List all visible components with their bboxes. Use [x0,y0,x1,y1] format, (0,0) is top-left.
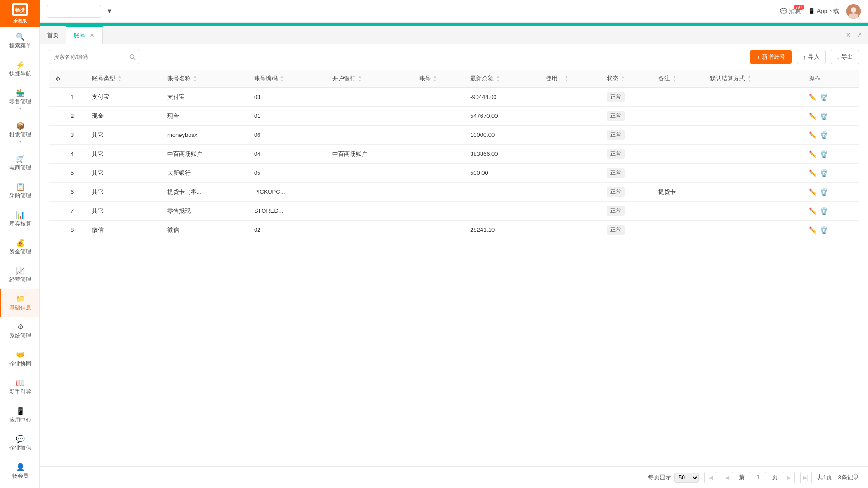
sidebar-item-quick-nav[interactable]: ⚡ 快捷导航 [0,55,39,83]
edit-icon[interactable]: ✏️ [809,207,816,215]
cell-gear [49,126,67,145]
next-page-button[interactable]: ▶ [783,472,795,483]
sidebar-item-operation[interactable]: 📈 经营管理 [0,261,39,289]
edit-icon[interactable]: ✏️ [809,226,816,234]
delete-icon[interactable]: 🗑️ [820,150,828,158]
tab-home[interactable]: 首页 [40,26,66,44]
col-no [67,70,88,88]
delete-icon[interactable]: 🗑️ [820,188,828,196]
delete-icon[interactable]: 🗑️ [820,169,828,177]
first-page-button[interactable]: |◀ [704,472,716,483]
delete-icon[interactable]: 🗑️ [820,131,828,139]
col-gear[interactable]: ⚙ [49,70,67,88]
add-account-button[interactable]: + 新增账号 [750,50,792,64]
sidebar-item-inventory[interactable]: 📊 库存核算 [0,205,39,233]
delete-icon[interactable]: 🗑️ [820,113,828,120]
cell-type: 其它 [88,126,164,145]
col-status[interactable]: 状态 ▲▼ [603,70,655,88]
main-content: ▼ 💬 消息 99+ 📱 App下载 [40,0,868,488]
cell-gear [49,183,67,202]
page-input[interactable] [750,472,766,483]
cell-balance: 547670.00 [467,107,542,126]
per-page-select[interactable]: 50 100 [674,473,699,483]
edit-icon[interactable]: ✏️ [809,188,816,196]
cell-usage [542,202,604,221]
cell-code: 02 [250,221,329,239]
toolbar: + 新增账号 ↑ 导入 ↓ 导出 [40,44,868,70]
sidebar-item-finance[interactable]: 💰 资金管理 [0,233,39,261]
cell-bank [329,164,415,183]
import-button[interactable]: ↑ 导入 [797,50,826,64]
sidebar-item-label: 应用中心 [9,416,31,424]
cell-status: 正常 [603,107,655,126]
col-usage[interactable]: 使用... ▲▼ [542,70,604,88]
cell-action: ✏️ 🗑️ [805,221,859,239]
sidebar-item-label: 企业协同 [9,360,31,368]
search-input[interactable] [49,54,126,60]
maximize-window-icon[interactable]: ⤢ [855,32,863,39]
col-bank[interactable]: 开户银行 ▲▼ [329,70,415,88]
col-code[interactable]: 账号编码 ▲▼ [250,70,329,88]
col-default-payment[interactable]: 默认结算方式 ▲▼ [706,70,806,88]
col-account[interactable]: 账号 ▲▼ [415,70,467,88]
cell-no: 4 [67,145,88,164]
svg-text:畅捷: 畅捷 [15,7,25,13]
delete-icon[interactable]: 🗑️ [820,207,828,215]
prev-page-button[interactable]: ◀ [722,472,733,483]
sidebar-item-retail[interactable]: 🏪 零售管理 ▼ [0,83,39,116]
app-logo: 畅捷 乐惠版 [0,0,40,27]
col-balance[interactable]: 最新余额 ▲▼ [467,70,542,88]
tab-close-button[interactable]: ✕ [89,33,95,38]
cell-bank [329,183,415,202]
export-button[interactable]: ↓ 导出 [831,50,859,64]
search-button[interactable] [126,50,139,64]
sidebar-item-purchase[interactable]: 📋 采购管理 [0,177,39,205]
sidebar-item-member[interactable]: 👤 畅会员 [0,457,39,485]
sidebar-item-app-center[interactable]: 📱 应用中心 [0,401,39,429]
sidebar-item-ecommerce[interactable]: 🛒 电商管理 [0,149,39,177]
cell-code: STORED... [250,202,329,221]
msg-button[interactable]: 💬 消息 99+ [780,7,801,15]
cell-no: 7 [67,202,88,221]
topbar-dropdown[interactable]: ▼ [107,8,113,14]
col-remark[interactable]: 备注 ▲▼ [655,70,706,88]
sidebar-item-label: 零售管理 [9,98,31,106]
user-avatar[interactable] [846,4,861,19]
delete-icon[interactable]: 🗑️ [820,94,828,101]
accent-bar [40,23,868,26]
cell-default-payment [706,221,806,239]
cell-status: 正常 [603,88,655,107]
table-container: ⚙ 账号类型 ▲▼ 账号名称 ▲▼ 账号编码 ▲▼ 开户 [40,70,868,466]
cell-usage [542,183,604,202]
table-row: 3 其它 moneybosx 06 10000.00 正常 ✏️ 🗑️ [49,126,859,145]
edit-icon[interactable]: ✏️ [809,94,816,101]
sidebar-item-basic-info[interactable]: 📁 基础信息 [0,289,39,317]
tab-account[interactable]: 账号 ✕ [66,26,103,44]
sidebar-item-search-menu[interactable]: 🔍 搜索菜单 [0,27,39,55]
edit-icon[interactable]: ✏️ [809,150,816,158]
accounts-table: ⚙ 账号类型 ▲▼ 账号名称 ▲▼ 账号编码 ▲▼ 开户 [49,70,859,239]
search-box [49,50,139,64]
sidebar-item-system[interactable]: ⚙ 系统管理 [0,317,39,345]
edit-icon[interactable]: ✏️ [809,169,816,177]
last-page-button[interactable]: ▶| [800,472,812,483]
sidebar-item-guide[interactable]: 📖 新手引导 [0,373,39,401]
app-download-button[interactable]: 📱 App下载 [808,7,839,15]
col-type[interactable]: 账号类型 ▲▼ [88,70,164,88]
sidebar-item-wholesale[interactable]: 📦 批发管理 ▼ [0,116,39,149]
sidebar-item-enterprise-agreement[interactable]: 🤝 企业协同 [0,345,39,373]
sidebar-item-enterprise-wechat[interactable]: 💬 企业微信 [0,429,39,457]
svg-point-4 [849,13,858,19]
edit-icon[interactable]: ✏️ [809,131,816,139]
cell-balance: 10000.00 [467,126,542,145]
cell-balance: -90444.00 [467,88,542,107]
edit-icon[interactable]: ✏️ [809,113,816,120]
delete-icon[interactable]: 🗑️ [820,226,828,234]
col-name[interactable]: 账号名称 ▲▼ [164,70,250,88]
svg-point-5 [130,55,134,59]
cell-status: 正常 [603,145,655,164]
sidebar-item-label: 快捷导航 [9,70,31,78]
cell-default-payment [706,202,806,221]
close-window-icon[interactable]: ✕ [844,32,852,39]
topbar-search-input[interactable] [47,5,101,18]
